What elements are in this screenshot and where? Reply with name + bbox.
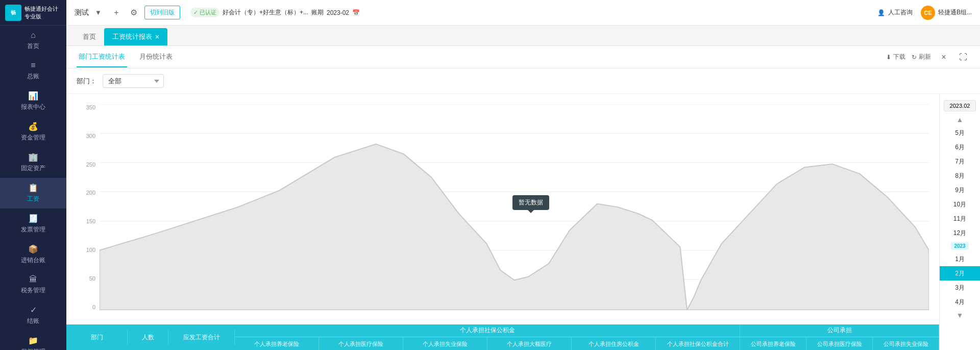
funds-icon: 💰 — [28, 122, 38, 131]
sidebar-item-assets[interactable]: 🏢 固定资产 — [0, 147, 66, 178]
month-item-6[interactable]: 6月 — [940, 140, 980, 154]
period-value: 2023-02 — [327, 9, 349, 16]
sidebar-item-invoice[interactable]: 🧾 发票管理 — [0, 208, 66, 239]
th-company-group-container: 公司承担 公司承担养老保险 公司承担医疗保险 公司承担失业保险 — [740, 324, 939, 351]
th-company-unemployment: 公司承担失业保险 — [873, 337, 939, 351]
user-account[interactable]: CE 轻捷通B组... — [921, 6, 972, 20]
month-item-12[interactable]: 12月 — [940, 226, 980, 240]
sidebar-item-checkout[interactable]: ✓ 结账 — [0, 300, 66, 331]
month-item-8[interactable]: 8月 — [940, 169, 980, 183]
salary-icon: 📋 — [28, 183, 38, 193]
tab-home[interactable]: 首页 — [75, 28, 104, 45]
month-item-5[interactable]: 5月 — [940, 126, 980, 140]
th-personal-housing: 个人承担住房公积金 — [572, 337, 656, 351]
sub-tab-actions: ⬇ 下载 ↻ 刷新 × ⛶ — [886, 51, 970, 64]
certified-badge: ✓ 已认证 — [190, 8, 219, 17]
add-button[interactable]: + — [110, 6, 123, 19]
th-group-container: 个人承担社保公积金 个人承担养老保险 个人承担医疗保险 个人承担失业保险 — [235, 324, 740, 351]
refresh-button[interactable]: ↻ 刷新 — [912, 53, 931, 61]
home-icon: ⌂ — [31, 31, 36, 40]
sidebar: 畅 畅捷通好会计 专业版 ⌂ 首页 ≡ 总账 📊 报表中心 💰 资金管理 — [0, 0, 66, 350]
logo-icon: 畅 — [5, 5, 21, 21]
app-logo: 畅 畅捷通好会计 专业版 — [0, 0, 66, 26]
topbar-dropdown[interactable]: ▼ — [95, 9, 102, 16]
month-item-9[interactable]: 9月 — [940, 183, 980, 197]
calendar-icon[interactable]: 📅 — [352, 9, 360, 16]
tab-close-icon[interactable]: × — [155, 33, 159, 40]
sidebar-item-ledger[interactable]: ≡ 总账 — [0, 56, 66, 86]
department-select[interactable]: 全部 销售部 财务部 技术部 行政部 — [103, 74, 164, 88]
sidebar-item-archive[interactable]: 📁 归档管理 — [0, 331, 66, 350]
user-service[interactable]: 👤 人工咨询 — [877, 8, 913, 17]
sidebar-item-label: 发票管理 — [21, 225, 45, 234]
th-personal-total: 个人承担社保公积金合计 — [656, 337, 740, 351]
status-text: 好会计（专）+好生意（标）+... — [223, 8, 308, 17]
th-company-group-label: 公司承担 — [740, 324, 939, 337]
filter-label: 部门： — [77, 77, 96, 86]
date-nav-down[interactable]: ▼ — [940, 309, 980, 321]
month-item-feb-active[interactable]: 2月 — [940, 266, 980, 281]
year-badge-container: 2023 — [940, 240, 980, 252]
topbar-title: 测试 — [75, 8, 89, 17]
month-item-jan[interactable]: 1月 — [940, 252, 980, 266]
month-item-7[interactable]: 7月 — [940, 154, 980, 169]
sub-tab-monthly-label: 月份统计表 — [139, 53, 173, 60]
sidebar-item-label: 税务管理 — [21, 286, 45, 295]
main-content: 测试 ▼ + ⚙ 切到旧版 ✓ 已认证 好会计（专）+好生意（标）+... 账期… — [66, 0, 980, 350]
service-icon: 👤 — [877, 9, 885, 16]
sidebar-item-home[interactable]: ⌂ 首页 — [0, 26, 66, 56]
sidebar-item-tax[interactable]: 🏛 税务管理 — [0, 270, 66, 300]
y-label-300: 300 — [77, 133, 95, 139]
sidebar-item-reports[interactable]: 📊 报表中心 — [0, 86, 66, 116]
month-item-10[interactable]: 10月 — [940, 197, 980, 212]
tabs-bar: 首页 工资统计报表 × — [66, 26, 980, 46]
reports-icon: 📊 — [28, 91, 38, 101]
th-total-salary: 应发工资合计 — [168, 330, 235, 345]
sidebar-item-funds[interactable]: 💰 资金管理 — [0, 116, 66, 147]
topbar-actions: + ⚙ 切到旧版 — [110, 6, 180, 19]
archive-icon: 📁 — [28, 336, 38, 345]
y-label-0: 0 — [77, 304, 95, 310]
sidebar-item-label: 归档管理 — [21, 347, 45, 350]
switch-version-button[interactable]: 切到旧版 — [144, 6, 180, 19]
y-axis: 350 300 250 200 150 100 50 0 — [77, 104, 100, 320]
sidebar-item-salary[interactable]: 📋 工资 — [0, 178, 66, 208]
dropdown-arrow-icon: ▼ — [95, 9, 102, 16]
panel-expand-button[interactable]: ⛶ — [957, 51, 970, 64]
sidebar-item-label: 结账 — [27, 317, 39, 325]
chart-inner: 350 300 250 200 150 100 50 0 — [77, 104, 929, 320]
logo-text-line2: 专业版 — [24, 13, 58, 20]
th-company-pension: 公司承担养老保险 — [740, 337, 806, 351]
th-group-cols: 个人承担养老保险 个人承担医疗保险 个人承担失业保险 个人承担大额医疗 — [235, 337, 740, 351]
topbar: 测试 ▼ + ⚙ 切到旧版 ✓ 已认证 好会计（专）+好生意（标）+... 账期… — [66, 0, 980, 26]
sidebar-item-sales[interactable]: 📦 进销台账 — [0, 239, 66, 270]
filter-bar: 部门： 全部 销售部 财务部 技术部 行政部 — [66, 68, 980, 94]
date-nav-up[interactable]: ▲ — [940, 113, 980, 126]
month-item-mar[interactable]: 3月 — [940, 281, 980, 295]
sidebar-item-label: 资金管理 — [21, 133, 45, 142]
chart-container: 350 300 250 200 150 100 50 0 — [77, 104, 929, 314]
sub-tab-monthly[interactable]: 月份统计表 — [137, 47, 175, 67]
th-count: 人数 — [128, 330, 168, 345]
sidebar-item-label: 工资 — [27, 195, 39, 203]
settings-button[interactable]: ⚙ — [127, 6, 140, 19]
y-label-250: 250 — [77, 161, 95, 168]
topbar-status: ✓ 已认证 好会计（专）+好生意（标）+... 账期 2023-02 📅 — [190, 8, 360, 17]
y-label-150: 150 — [77, 218, 95, 224]
sub-tab-dept[interactable]: 部门工资统计表 — [77, 47, 127, 67]
year-input[interactable] — [944, 100, 976, 111]
checkout-icon: ✓ — [30, 305, 37, 315]
tab-salary-report[interactable]: 工资统计报表 × — [104, 28, 167, 45]
area-chart — [100, 104, 929, 310]
download-button[interactable]: ⬇ 下载 — [886, 53, 905, 61]
th-dept: 部门 — [66, 330, 128, 345]
th-personal-medical: 个人承担医疗保险 — [319, 337, 403, 351]
panel-close-button[interactable]: × — [937, 51, 950, 64]
ledger-icon: ≡ — [31, 61, 35, 70]
content-area: 350 300 250 200 150 100 50 0 — [66, 94, 980, 350]
month-item-11[interactable]: 11月 — [940, 212, 980, 226]
tab-active-label: 工资统计报表 — [112, 32, 152, 41]
month-item-apr[interactable]: 4月 — [940, 295, 980, 309]
th-company-medical: 公司承担医疗保险 — [806, 337, 873, 351]
th-personal-unemployment: 个人承担失业保险 — [403, 337, 487, 351]
